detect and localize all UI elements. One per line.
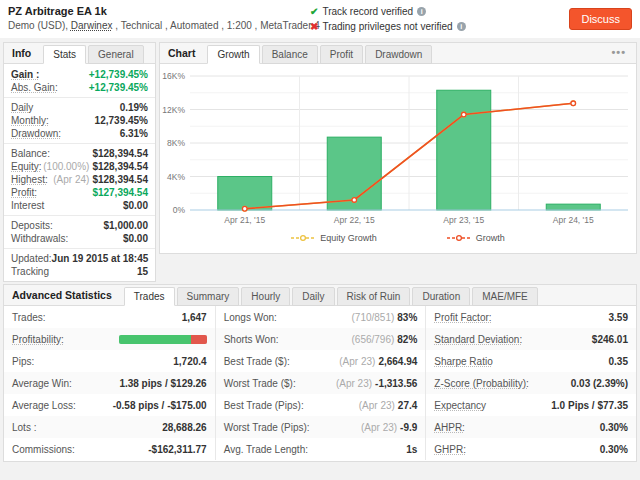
table-row-value: $246.01 [592, 334, 628, 345]
table-row-label: GHPR: [434, 444, 466, 455]
table-row-label: Lots : [12, 422, 36, 433]
table-row-value-note: (710/851) [352, 312, 395, 323]
stat-label: Deposits: [11, 219, 53, 232]
table-row-label: Worst Trade ($): [224, 378, 296, 389]
svg-text:Apr 22, '15: Apr 22, '15 [334, 215, 375, 225]
table-row-value-note: (Apr 23) [359, 400, 395, 411]
stat-value-main: $128,394.54 [92, 148, 148, 159]
chart-tab-growth[interactable]: Growth [207, 45, 259, 64]
chart-tab-balance[interactable]: Balance [262, 45, 318, 64]
table-row-label: Shorts Won: [224, 334, 279, 345]
table-row-label: Z-Score (Probability): [434, 378, 528, 389]
stat-label: Balance: [11, 147, 50, 160]
table-row-value: (Apr 23)-9.9 [361, 422, 417, 433]
table-row-label: Average Loss: [12, 400, 76, 411]
growth-chart: 0%4K%8K%12K%16K%Apr 21, '15Apr 22, '15Ap… [160, 66, 634, 230]
advanced-tab-mae-mfe[interactable]: MAE/MFE [472, 287, 538, 306]
stat-value: +12,739.45% [89, 81, 148, 94]
stat-row-withdrawals: Withdrawals:$0.00 [11, 232, 148, 245]
table-row-z-score-probability: Z-Score (Probability):0.03 (2.39%) [426, 372, 636, 394]
chart-section-label: Chart [166, 47, 205, 63]
stat-value-main: $128,394.54 [92, 174, 148, 185]
legend-item-growth[interactable]: Growth [447, 233, 505, 243]
info-tabstrip: Info StatsGeneral [4, 43, 155, 64]
stat-value: 6.31% [120, 127, 148, 140]
table-row-commissions: Commissions:-$162,311.77 [4, 438, 215, 460]
stat-row-deposits: Deposits:$1,000.00 [11, 219, 148, 232]
table-row-pips: Pips:1,720.4 [4, 350, 215, 372]
stat-value-note: (Apr 24) [53, 174, 89, 185]
discuss-button[interactable]: Discuss [569, 8, 632, 30]
chart-tab-drawdown[interactable]: Drawdown [365, 45, 432, 64]
stat-value: $0.00 [123, 199, 148, 212]
chart-tab-profit[interactable]: Profit [320, 45, 363, 64]
table-row-best-trade-pips: Best Trade (Pips):(Apr 23)27.4 [216, 394, 426, 416]
info-tab-stats[interactable]: Stats [43, 45, 86, 64]
profitability-bar-lost [191, 335, 207, 344]
svg-text:12K%: 12K% [162, 105, 185, 115]
table-row-best-trade: Best Trade ($):(Apr 23)2,664.94 [216, 350, 426, 372]
broker-link[interactable]: Darwinex [71, 20, 113, 31]
stat-row-balance: Balance:$128,394.54 [11, 147, 148, 160]
stat-value-main: $128,394.54 [92, 161, 148, 172]
stat-row-drawdown: Drawdown:6.31% [11, 127, 148, 140]
profitability-bar-won [119, 335, 191, 344]
stat-value-main: Jun 19 2015 at 18:45 [52, 253, 149, 264]
svg-text:Apr 21, '15: Apr 21, '15 [224, 215, 265, 225]
stat-row-gain: Gain :+12,739.45% [11, 68, 148, 81]
table-row-shorts-won: Shorts Won:(656/796)82% [216, 328, 426, 350]
stat-row-highest: Highest:(Apr 24)$128,394.54 [11, 173, 148, 186]
cross-icon: ✖ [310, 21, 318, 32]
stat-value: 15 [137, 265, 148, 278]
stat-row-interest: Interest$0.00 [11, 199, 148, 212]
stat-value-main: +12,739.45% [89, 82, 148, 93]
stat-value-main: +12,739.45% [89, 69, 148, 80]
advanced-tab-daily[interactable]: Daily [292, 287, 334, 306]
table-row-ghpr: GHPR:0.30% [426, 438, 636, 460]
table-row-label: Expectancy [434, 400, 486, 411]
stat-row-updated: Updated:Jun 19 2015 at 18:45 [11, 252, 148, 265]
table-row-value: -$162,311.77 [148, 444, 206, 455]
table-row-label: Best Trade ($): [224, 356, 290, 367]
advanced-tabstrip: Advanced Statistics TradesSummaryHourlyD… [4, 285, 636, 306]
stat-value: $0.00 [123, 232, 148, 245]
table-row-value-note: (Apr 23) [339, 356, 375, 367]
stat-value-note: (100.00%) [43, 161, 89, 172]
stat-value: (100.00%)$128,394.54 [43, 160, 148, 173]
info-icon[interactable]: i [417, 7, 426, 16]
stat-row-equity: Equity:(100.00%)$128,394.54 [11, 160, 148, 173]
advanced-tab-hourly[interactable]: Hourly [241, 287, 290, 306]
stat-value-main: 12,739.45% [95, 115, 148, 126]
advanced-tab-duration[interactable]: Duration [412, 287, 470, 306]
stat-row-tracking: Tracking15 [11, 265, 148, 278]
table-row-profitability: Profitability: [4, 328, 215, 350]
advanced-tab-trades[interactable]: Trades [124, 287, 175, 306]
svg-text:8K%: 8K% [167, 138, 185, 148]
table-row-value: 0.30% [600, 444, 628, 455]
svg-text:0%: 0% [173, 205, 186, 215]
table-row-trades: Trades:1,647 [4, 306, 215, 328]
legend-item-equity-growth[interactable]: Equity Growth [291, 233, 377, 243]
table-row-value: 1,720.4 [173, 356, 206, 367]
legend-marker-icon [447, 234, 471, 242]
stat-row-monthly: Monthly:12,739.45% [11, 114, 148, 127]
info-tab-general[interactable]: General [88, 45, 144, 64]
table-row-label: Standard Deviation: [434, 334, 522, 345]
table-row-value: -0.58 pips / -$175.00 [113, 400, 207, 411]
advanced-tab-summary[interactable]: Summary [177, 287, 240, 306]
advanced-tab-risk-of-ruin[interactable]: Risk of Ruin [337, 287, 411, 306]
table-row-value-note: (Apr 23) [361, 422, 397, 433]
info-icon[interactable]: i [457, 22, 466, 31]
stat-value-main: $0.00 [123, 200, 148, 211]
table-row-value: (Apr 23)-1,313.56 [336, 378, 417, 389]
legend-label: Equity Growth [320, 233, 377, 243]
table-row-label: Commissions: [12, 444, 75, 455]
chart-menu-icon[interactable]: ••• [601, 46, 636, 63]
table-row-value: (Apr 23)27.4 [359, 400, 418, 411]
table-row-value: 0.30% [600, 422, 628, 433]
table-row-longs-won: Longs Won:(710/851)83% [216, 306, 426, 328]
verification-text: Trading privileges not verified [322, 21, 452, 32]
table-row-value: 0.35 [609, 356, 628, 367]
stats-column-2: Longs Won:(710/851)83%Shorts Won:(656/79… [215, 306, 426, 460]
info-section-label: Info [10, 47, 41, 63]
